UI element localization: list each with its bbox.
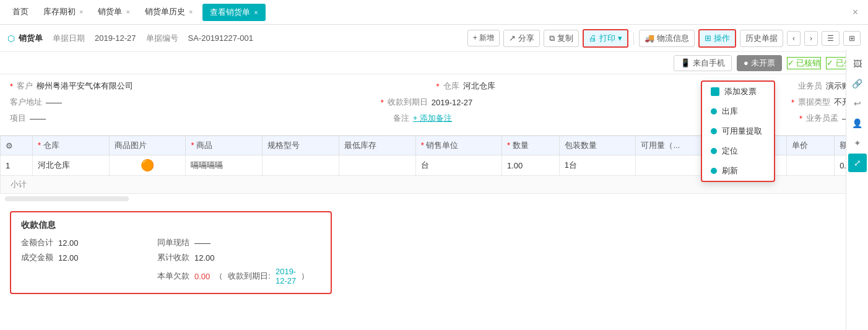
total-amount-label: 金额合计 [21,237,53,248]
check-button-1[interactable]: ✓ 已核销 [787,57,822,69]
document-icon: ⬡ [7,33,15,43]
accumulated-collection-value: 12.00 [194,253,215,263]
th-settings[interactable]: ⚙ [1,136,33,155]
close-icon[interactable]: × [126,8,129,15]
next-button[interactable]: › [804,31,818,46]
list-view-button[interactable]: ☰ [822,31,840,46]
document-header: ⬡ 销货单 单据日期 2019-12-27 单据编号 SA-20191227-0… [0,25,868,52]
not-open-ticket-button[interactable]: ● 未开票 [737,55,782,71]
grid-icon: ⊞ [705,33,711,43]
cell-spec [263,155,339,176]
toolbar-right: + 新增 ↗ 分享 ⧉ 复制 🖨 打印 ▾ 🚚 物流信息 [467,29,861,48]
address-field: 客户地址 —— [10,97,62,108]
current-debt-value: 0.00 [194,272,210,281]
due-date-label: 收款到期日 [388,97,428,108]
accumulated-collection-label: 累计收款 [157,252,189,263]
grid-view-button[interactable]: ⊞ [843,31,861,46]
print-button[interactable]: 🖨 打印 ▾ [583,29,628,48]
tab-sales-history[interactable]: 销货单历史 × [137,0,200,25]
print-icon: 🖨 [589,33,597,43]
tab-sales-order[interactable]: 销货单 × [90,0,137,25]
project-field: 项目 —— [10,113,46,124]
accumulated-collection-row: 累计收款 12.00 [157,252,293,263]
same-order-label: 同单现结 [157,237,189,248]
number-label: 单据编号 [146,33,178,44]
table-scrollbar[interactable] [5,196,129,201]
outbound-item[interactable]: 出库 [702,102,774,121]
share-button[interactable]: ↗ 分享 [503,30,540,47]
truck-icon: 🚚 [644,33,654,43]
customer-field: * 客户 柳州粤港平安气体有限公司 [10,80,133,92]
outbound-icon [711,108,717,115]
cell-no: 1 [1,155,33,176]
note-label: 备注 [393,113,409,124]
due-date-field: * 收款到期日 2019-12-27 [381,97,473,108]
date-value: 2019-12-27 [95,33,136,43]
copy-icon: ⧉ [549,33,555,43]
refresh-item[interactable]: 刷新 [702,161,774,181]
add-invoice-icon [711,87,719,96]
due-date-label-inline: 收款到期日: [228,271,271,282]
available-extract-icon [711,128,717,134]
due-date-value-inline: 2019-12-27 [276,267,296,285]
tab-home[interactable]: 首页 [5,0,36,25]
cell-unit-price [787,155,835,176]
payment-title: 收款信息 [21,220,321,231]
payment-box: 收款信息 金额合计 12.00 同单现结 —— 成交金额 12.00 [10,211,332,294]
transaction-amount-value: 12.00 [58,253,79,263]
cell-unit: 台 [415,155,501,176]
logistics-button[interactable]: 🚚 物流信息 [639,30,695,47]
tab-bar: 首页 库存期初 × 销货单 × 销货单历史 × 查看销货单 × × [0,0,868,25]
th-quantity: * 数量 [501,136,559,155]
operation-button[interactable]: ⊞ 操作 [698,29,736,48]
locate-item[interactable]: 定位 [702,141,774,161]
same-order-row: 同单现结 —— [157,237,293,248]
cell-image: 🟠 [109,155,186,176]
warehouse-value: 河北仓库 [463,80,495,92]
copy-button[interactable]: ⧉ 复制 [544,30,579,47]
add-note-button[interactable]: + 添加备注 [413,113,452,124]
address-value: —— [46,98,62,107]
sidebar-icon-expand[interactable]: ⤢ [848,154,867,172]
th-product: * 商品 [186,136,263,155]
right-sidebar: 🖼 🔗 ↩ 👤 ✦ ⤢ [846,50,868,330]
th-image: 商品图片 [109,136,186,155]
current-debt-label: 本单欠款 [157,271,189,282]
sidebar-icon-user[interactable]: 👤 [848,114,867,132]
sidebar-icon-image[interactable]: 🖼 [848,54,867,73]
tab-inventory-init[interactable]: 库存期初 × [36,0,90,25]
action-row: 📱 来自手机 ● 未开票 ✓ 已核销 ✓ 已生效 [0,52,868,74]
customer-label: 客户 [17,80,33,92]
cell-warehouse: 河北仓库 [33,155,110,176]
th-spec: 规格型号 [263,136,339,155]
share-icon: ↗ [509,33,516,43]
total-amount-value: 12.00 [58,238,79,248]
transaction-amount-label: 成交金额 [21,252,53,263]
current-debt-row: 本单欠款 0.00 （ 收款到期日: 2019-12-27 ） [157,267,293,285]
sidebar-icon-star[interactable]: ✦ [848,134,867,152]
customer-value: 柳州粤港平安气体有限公司 [37,80,133,92]
prev-button[interactable]: ‹ [787,31,801,46]
th-min-stock: 最低库存 [339,136,415,155]
close-icon[interactable]: × [254,9,258,16]
cell-product: 嗝嗝嗝嗝 [186,155,263,176]
payment-grid: 金额合计 12.00 同单现结 —— 成交金额 12.00 累计收款 12.00 [21,237,321,285]
available-extract-item[interactable]: 可用量提取 [702,121,774,141]
transaction-amount-row: 成交金额 12.00 [21,252,157,263]
cell-quantity: 1.00 [501,155,559,176]
add-invoice-item[interactable]: 添加发票 [702,82,774,102]
document-meta: 单据日期 2019-12-27 单据编号 SA-20191227-001 [53,33,253,44]
window-close-button[interactable]: × [848,7,863,18]
total-amount-row: 金额合计 12.00 [21,237,157,248]
cell-package-qty: 1台 [559,155,636,176]
history-button[interactable]: 历史单据 [740,30,783,47]
sidebar-icon-reply[interactable]: ↩ [848,94,867,113]
close-icon[interactable]: × [189,8,193,15]
tab-view-sales-order[interactable]: 查看销货单 × [202,4,265,21]
from-phone-button[interactable]: 📱 来自手机 [674,55,732,71]
separator [633,32,634,45]
close-icon[interactable]: × [79,8,83,15]
new-button[interactable]: + 新增 [467,30,500,46]
sidebar-icon-link[interactable]: 🔗 [848,74,867,93]
ticket-icon: ● [744,58,749,67]
